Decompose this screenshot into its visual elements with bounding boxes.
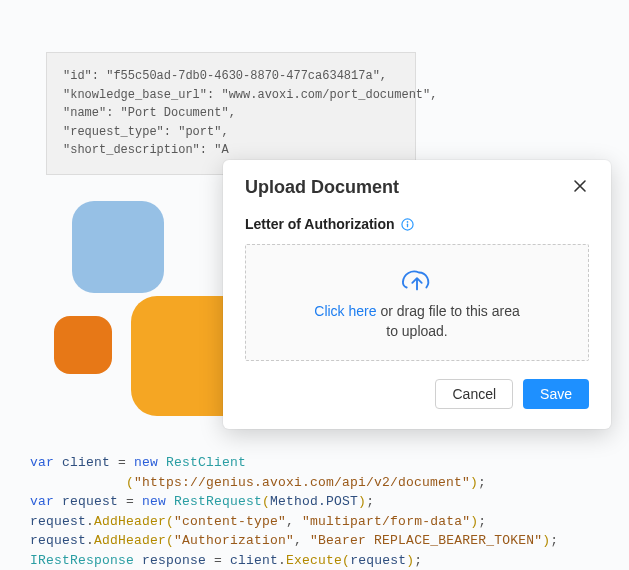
json-line: "request_type": "port", — [63, 123, 399, 142]
dot: . — [278, 553, 286, 568]
svg-rect-2 — [406, 223, 407, 227]
click-here-link[interactable]: Click here — [314, 303, 376, 319]
kw-var: var — [30, 494, 54, 509]
arg: Method.POST — [270, 494, 358, 509]
ident: client — [230, 553, 278, 568]
close-button[interactable] — [567, 174, 593, 200]
dot: . — [86, 514, 94, 529]
section-label: Letter of Authorization — [245, 216, 395, 232]
paren: ( — [166, 533, 174, 548]
dropzone-rest: or drag file to this area to upload. — [377, 303, 520, 339]
json-line: "name": "Port Document", — [63, 104, 399, 123]
string: "https://genius.avoxi.com/api/v2/documen… — [134, 475, 470, 490]
string: "Authorization" — [174, 533, 294, 548]
semi: ; — [478, 475, 486, 490]
paren: ( — [126, 475, 134, 490]
method: Execute — [286, 553, 342, 568]
decorative-square-blue — [72, 201, 164, 293]
comma: , — [286, 514, 302, 529]
paren: ) — [542, 533, 550, 548]
arg: request — [350, 553, 406, 568]
modal-footer: Cancel Save — [223, 361, 611, 429]
paren: ( — [342, 553, 350, 568]
dot: . — [86, 533, 94, 548]
file-dropzone[interactable]: Click here or drag file to this area to … — [245, 244, 589, 361]
method: AddHeader — [94, 514, 166, 529]
comma: , — [294, 533, 310, 548]
json-line: "id": "f55c50ad-7db0-4630-8870-477ca6348… — [63, 67, 399, 86]
save-button[interactable]: Save — [523, 379, 589, 409]
modal-header: Upload Document — [223, 160, 611, 210]
info-icon[interactable] — [401, 218, 414, 231]
modal-body: Letter of Authorization Click here or dr… — [223, 210, 611, 361]
ident: request — [30, 533, 86, 548]
modal-title: Upload Document — [245, 177, 399, 198]
ident: request — [54, 494, 126, 509]
kw-new: new — [134, 455, 158, 470]
section-label-row: Letter of Authorization — [245, 216, 589, 232]
paren: ) — [358, 494, 366, 509]
kw-var: var — [30, 455, 54, 470]
code-snippet: var client = new RestClient ("https://ge… — [30, 453, 558, 570]
paren: ( — [166, 514, 174, 529]
op: = — [126, 494, 142, 509]
semi: ; — [550, 533, 558, 548]
paren: ) — [470, 475, 478, 490]
decorative-square-orange — [54, 316, 112, 374]
upload-document-modal: Upload Document Letter of Authorization … — [223, 160, 611, 429]
svg-point-1 — [406, 221, 408, 223]
method: AddHeader — [94, 533, 166, 548]
paren: ) — [470, 514, 478, 529]
ident: response — [134, 553, 214, 568]
dropzone-text: Click here or drag file to this area to … — [307, 301, 527, 342]
cancel-button[interactable]: Cancel — [435, 379, 513, 409]
cloud-upload-icon — [398, 265, 436, 295]
json-snippet-card: "id": "f55c50ad-7db0-4630-8870-477ca6348… — [46, 52, 416, 175]
kw-new: new — [142, 494, 166, 509]
semi: ; — [478, 514, 486, 529]
semi: ; — [366, 494, 374, 509]
paren: ( — [262, 494, 270, 509]
ident: client — [54, 455, 118, 470]
string: "content-type" — [174, 514, 286, 529]
op: = — [214, 553, 230, 568]
string: "Bearer REPLACE_BEARER_TOKEN" — [310, 533, 542, 548]
type: RestClient — [158, 455, 246, 470]
ident: request — [30, 514, 86, 529]
type: RestRequest — [166, 494, 262, 509]
semi: ; — [414, 553, 422, 568]
type: IRestResponse — [30, 553, 134, 568]
op: = — [118, 455, 134, 470]
paren: ) — [406, 553, 414, 568]
string: "multipart/form-data" — [302, 514, 470, 529]
close-icon — [572, 176, 588, 199]
json-line: "short_description": "A — [63, 141, 399, 160]
json-line: "knowledge_base_url": "www.avoxi.com/por… — [63, 86, 399, 105]
